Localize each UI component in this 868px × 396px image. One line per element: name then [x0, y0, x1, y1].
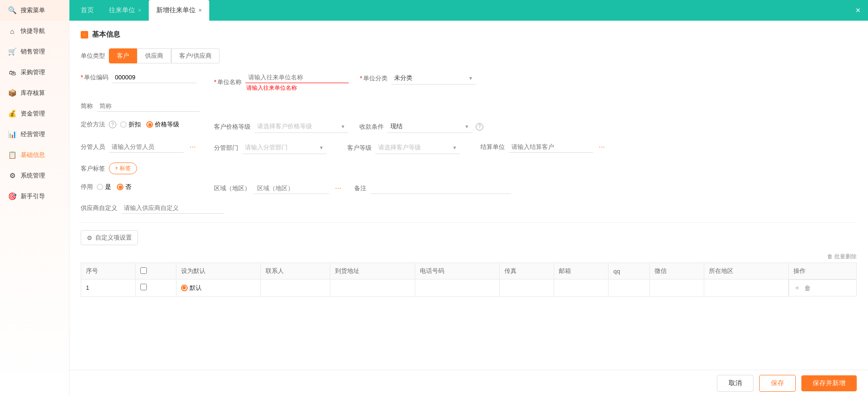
- unit-type-both[interactable]: 客户/供应商: [171, 48, 220, 63]
- unit-name-input[interactable]: [245, 72, 349, 83]
- row-checkbox[interactable]: [140, 284, 147, 290]
- tab-new-partner-close[interactable]: ×: [198, 7, 202, 14]
- tab-home[interactable]: 首页: [73, 0, 101, 21]
- gear-icon: ⚙: [87, 234, 92, 241]
- tab-partners[interactable]: 往来单位 ×: [101, 0, 149, 21]
- select-all-checkbox[interactable]: [140, 267, 147, 274]
- payment-help-icon[interactable]: ?: [476, 123, 483, 131]
- sidebar-item-guide[interactable]: 🎯 新手引导: [0, 186, 69, 207]
- supplier-custom-input[interactable]: [121, 202, 224, 214]
- region-input[interactable]: [254, 183, 329, 194]
- remark-field: 备注: [354, 183, 511, 194]
- remark-input[interactable]: [370, 183, 511, 194]
- pricing-level-option[interactable]: 价格等级: [146, 120, 179, 129]
- manager-more-btn[interactable]: ···: [188, 143, 198, 151]
- abbr-input[interactable]: [97, 101, 200, 112]
- customer-level-select[interactable]: 请选择客户等级 ▼: [375, 141, 460, 154]
- row-phone[interactable]: [415, 280, 499, 297]
- region-more-btn[interactable]: ···: [333, 184, 343, 193]
- sidebar-item-system[interactable]: ⚙ 系统管理: [0, 165, 69, 186]
- sidebar-item-operations[interactable]: 📊 经营管理: [0, 124, 69, 145]
- price-level-select[interactable]: 请选择客户价格等级 ▼: [254, 120, 348, 133]
- tab-bar: 首页 往来单位 × 新增往来单位 × ×: [69, 0, 868, 21]
- pricing-method-field: 定价方法 ? 折扣 价格等级: [81, 120, 203, 129]
- unit-category-select[interactable]: 未分类 ▼: [391, 72, 476, 85]
- dept-label: 分管部门: [214, 144, 238, 152]
- section-icon: 🔸: [81, 31, 88, 39]
- sidebar-item-purchase[interactable]: 🛍 采购管理: [0, 62, 69, 83]
- sidebar-item-sales[interactable]: 🛒 销售管理: [0, 41, 69, 62]
- row-address[interactable]: [330, 280, 415, 297]
- unit-category-label: *单位分类: [360, 74, 388, 83]
- pricing-discount-radio[interactable]: [120, 121, 127, 128]
- row-email[interactable]: [554, 280, 609, 297]
- dept-select[interactable]: 请输入分管部门 ▼: [242, 141, 327, 154]
- sidebar-item-inventory[interactable]: 📦 库存核算: [0, 83, 69, 103]
- row-contact[interactable]: [260, 280, 330, 297]
- row-qq[interactable]: [609, 280, 650, 297]
- col-email: 邮箱: [554, 263, 609, 280]
- divider: [81, 222, 857, 223]
- row-wechat[interactable]: [649, 280, 704, 297]
- unit-code-input[interactable]: [112, 72, 197, 83]
- price-level-value: 请选择客户价格等级: [257, 122, 339, 131]
- save-button[interactable]: 保存: [759, 375, 796, 392]
- guide-icon: 🎯: [8, 192, 17, 201]
- row-add-btn[interactable]: ＋: [794, 284, 800, 292]
- sidebar-item-label: 快捷导航: [21, 27, 45, 35]
- disabled-yes-option[interactable]: 是: [97, 183, 111, 191]
- disabled-yes-radio[interactable]: [97, 184, 103, 190]
- supplier-custom-label: 供应商自定义: [81, 204, 117, 212]
- section-title: 🔸 基本信息: [81, 30, 857, 39]
- customer-level-value: 请选择客户等级: [378, 143, 450, 152]
- payment-terms-select[interactable]: 现结 ▼: [388, 120, 472, 133]
- tag-field: 客户标签 + 标签: [81, 163, 203, 174]
- tag-row: 客户标签 + 标签: [81, 163, 857, 174]
- settlement-more-btn[interactable]: ···: [597, 143, 607, 151]
- col-fax: 传真: [499, 263, 554, 280]
- dept-field: 分管部门 请输入分管部门 ▼: [214, 141, 336, 154]
- pricing-discount-option[interactable]: 折扣: [120, 120, 141, 129]
- search-icon: 🔍: [8, 6, 17, 15]
- row-fax[interactable]: [499, 280, 554, 297]
- tag-add-button[interactable]: + 标签: [109, 163, 137, 174]
- unit-name-field: *单位名称 请输入往来单位名称: [214, 72, 349, 92]
- pricing-radio-group: 折扣 价格等级: [120, 120, 179, 129]
- save-new-button[interactable]: 保存并新增: [801, 375, 857, 391]
- pricing-help-icon[interactable]: ?: [109, 121, 116, 128]
- customer-level-field: 客户等级 请选择客户等级 ▼: [347, 141, 469, 154]
- default-radio-circle[interactable]: [181, 285, 188, 291]
- sidebar-item-base[interactable]: 📋 基础信息: [0, 145, 69, 165]
- disabled-no-option[interactable]: 否: [117, 183, 131, 191]
- home-icon: ⌂: [8, 26, 17, 36]
- row-default-radio[interactable]: 默认: [181, 284, 256, 292]
- manager-input[interactable]: [109, 141, 184, 153]
- settlement-input[interactable]: [509, 141, 593, 153]
- unit-code-field: *单位编码: [81, 72, 203, 83]
- custom-settings-button[interactable]: ⚙ 自定义项设置: [81, 230, 138, 245]
- abbr-field: 简称: [81, 101, 203, 112]
- sidebar-item-finance[interactable]: 💰 资金管理: [0, 103, 69, 124]
- row-delete-btn[interactable]: 🗑: [804, 284, 811, 292]
- sidebar-item-search[interactable]: 🔍 搜索菜单: [0, 0, 69, 21]
- sidebar-item-label: 搜索菜单: [21, 6, 45, 15]
- unit-code-name-row: *单位编码 *单位名称 请输入往来单位名称 *单位分类: [81, 72, 857, 92]
- tab-new-partner[interactable]: 新增往来单位 ×: [149, 0, 209, 21]
- sidebar-item-quicknav[interactable]: ⌂ 快捷导航: [0, 21, 69, 41]
- row-region[interactable]: [704, 280, 788, 297]
- payment-terms-field: 收款条件 现结 ▼ ?: [359, 120, 483, 133]
- payment-terms-label: 收款条件: [359, 123, 384, 131]
- pricing-level-radio[interactable]: [146, 121, 153, 128]
- disabled-field: 停用 是 否: [81, 183, 203, 191]
- sidebar-item-label: 基础信息: [21, 151, 45, 159]
- tab-partners-close[interactable]: ×: [138, 7, 141, 14]
- disabled-no-radio[interactable]: [117, 184, 123, 190]
- window-close-button[interactable]: ×: [852, 6, 864, 16]
- region-label: 区域（地区）: [214, 184, 251, 193]
- batch-delete-btn[interactable]: 🗑 批量删除: [81, 253, 857, 261]
- unit-type-customer[interactable]: 客户: [109, 48, 137, 63]
- unit-type-row: 单位类型 客户 供应商 客户/供应商: [81, 48, 857, 63]
- cancel-button[interactable]: 取消: [717, 375, 754, 392]
- unit-type-supplier[interactable]: 供应商: [137, 48, 171, 63]
- row-checkbox-cell: [136, 280, 176, 297]
